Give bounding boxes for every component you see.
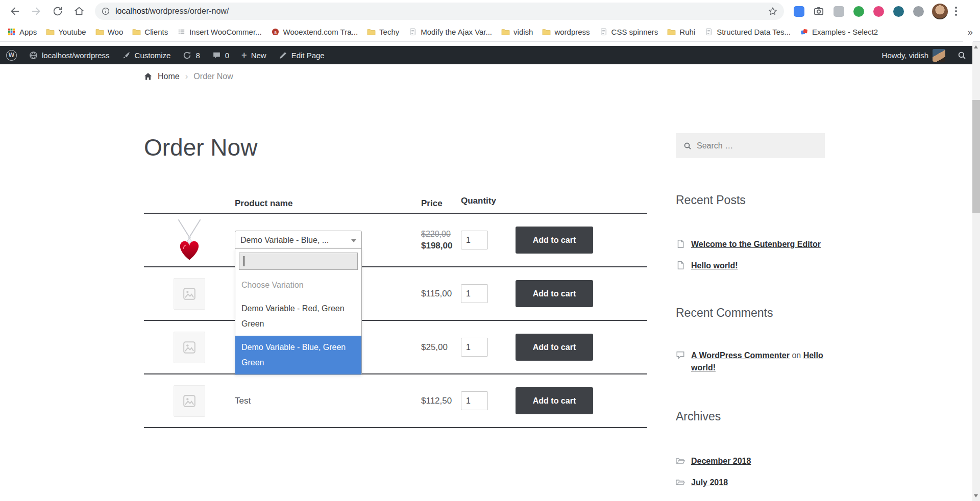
add-to-cart-button[interactable]: Add to cart <box>516 280 593 307</box>
extension-pink-icon[interactable] <box>872 5 885 18</box>
extension-notes-icon[interactable] <box>832 5 845 18</box>
sidebar: Recent Posts Welcome to the Gutenberg Ed… <box>676 133 825 501</box>
breadcrumb: Home › Order Now <box>144 71 233 82</box>
scroll-down-arrow[interactable] <box>974 494 978 497</box>
address-bar[interactable]: localhost/wordpress/order-now/ <box>95 3 784 20</box>
bookmark-item[interactable]: Insert WooCommer... <box>177 28 261 36</box>
comments-menu[interactable]: 0 <box>206 46 235 64</box>
url-text: localhost/wordpress/order-now/ <box>115 7 763 16</box>
add-to-cart-button[interactable]: Add to cart <box>516 227 593 254</box>
home-icon <box>144 72 152 81</box>
extension-icons <box>792 5 925 18</box>
home-icon[interactable] <box>74 6 85 17</box>
bookmark-item[interactable]: Structured Data Tes... <box>704 28 791 36</box>
wp-logo-menu[interactable] <box>0 46 23 64</box>
quantity-input[interactable] <box>461 338 488 357</box>
post-link[interactable]: Hello world! <box>691 260 738 271</box>
extension-blue-icon[interactable] <box>792 5 805 18</box>
product-image-necklace[interactable] <box>144 219 235 262</box>
folder-icon <box>542 28 551 36</box>
bookmark-star-icon[interactable] <box>768 6 778 16</box>
comment-count: 0 <box>225 51 229 60</box>
dropdown-option-highlighted[interactable]: Demo Variable - Blue, Green Green <box>235 336 361 374</box>
bookmark-item[interactable]: Ruhi <box>667 28 695 36</box>
update-count: 8 <box>195 51 200 60</box>
profile-avatar[interactable] <box>932 4 948 19</box>
folder-icon <box>501 28 510 36</box>
dropdown-search <box>235 249 361 273</box>
quantity-input[interactable] <box>461 391 488 410</box>
price-cell: $220,00 $198,00 <box>421 230 461 251</box>
bookmark-item[interactable]: wordpress <box>542 28 590 36</box>
page-title: Order Now <box>144 134 257 161</box>
my-account-menu[interactable]: Howdy, vidish <box>876 46 951 64</box>
bookmark-item[interactable]: vidish <box>501 28 533 36</box>
customize-menu[interactable]: Customize <box>116 46 177 64</box>
quantity-input[interactable] <box>461 231 488 249</box>
browser-toolbar: localhost/wordpress/order-now/ <box>0 0 980 22</box>
recent-comments-title: Recent Comments <box>676 306 773 320</box>
product-image-placeholder[interactable] <box>174 332 205 363</box>
extension-teal-bird-icon[interactable] <box>892 5 905 18</box>
bookmark-item[interactable]: Woo <box>95 28 124 36</box>
scrollbar-thumb[interactable] <box>972 100 980 213</box>
forward-icon[interactable] <box>31 6 42 17</box>
comment-author-link[interactable]: A WordPress Commenter <box>691 351 790 360</box>
bookmark-item[interactable]: Clients <box>132 28 168 36</box>
admin-search-icon[interactable] <box>951 46 972 64</box>
dropdown-option[interactable]: Demo Variable - Red, Green Green <box>235 297 361 336</box>
page-icon <box>599 28 608 36</box>
recent-comment-item: A WordPress Commenter on Hello world! <box>676 349 825 374</box>
extension-camera-icon[interactable] <box>812 5 825 18</box>
table-row: $115,00 Add to cart <box>144 267 647 321</box>
document-icon <box>676 261 685 270</box>
browser-menu-icon[interactable] <box>955 7 957 16</box>
reload-icon[interactable] <box>52 6 63 17</box>
bookmark-apps[interactable]: Apps <box>7 28 37 36</box>
breadcrumb-separator: › <box>185 71 188 82</box>
extension-green-icon[interactable] <box>852 5 865 18</box>
quantity-input[interactable] <box>461 284 488 303</box>
extension-gray-icon[interactable] <box>912 5 925 18</box>
folder-open-icon <box>676 456 685 465</box>
bookmark-item[interactable]: Techy <box>367 28 399 36</box>
select2-icon <box>800 28 808 36</box>
comment-icon <box>212 51 221 60</box>
add-to-cart-button[interactable]: Add to cart <box>516 334 593 361</box>
text-caret <box>243 256 244 266</box>
bookmark-item[interactable]: Modify the Ajax Var... <box>408 28 492 36</box>
scrollbar-track[interactable] <box>972 42 980 501</box>
folder-icon <box>46 28 55 36</box>
archive-item: December 2018 <box>676 455 751 467</box>
bookmark-item[interactable]: Wooextend.com Tra... <box>271 28 358 36</box>
folder-icon <box>367 28 376 36</box>
variation-select[interactable]: Demo Variable - Blue, ... <box>235 231 362 249</box>
back-icon[interactable] <box>9 6 20 17</box>
variation-dropdown-panel: Choose Variation Demo Variable - Red, Gr… <box>235 248 362 375</box>
bookmark-item[interactable]: CSS spinners <box>599 28 658 36</box>
product-image-placeholder[interactable] <box>174 278 205 310</box>
plus-icon: + <box>241 51 247 60</box>
bookmark-item[interactable]: Youtube <box>46 28 86 36</box>
add-to-cart-button[interactable]: Add to cart <box>516 387 593 414</box>
updates-menu[interactable]: 8 <box>177 46 206 64</box>
breadcrumb-home-link[interactable]: Home <box>158 72 180 81</box>
bookmark-item[interactable]: Examples - Select2 <box>800 28 878 36</box>
new-content-menu[interactable]: +New <box>235 46 273 64</box>
page-info-icon[interactable] <box>101 7 110 16</box>
archive-link[interactable]: December 2018 <box>691 455 751 467</box>
post-link[interactable]: Welcome to the Gutenberg Editor <box>691 238 821 250</box>
product-image-placeholder[interactable] <box>174 385 205 417</box>
edit-page-menu[interactable]: Edit Page <box>273 46 331 64</box>
bookmarks-bar: Apps Youtube Woo Clients Insert WooComme… <box>0 22 980 42</box>
archive-link[interactable]: July 2018 <box>691 477 728 488</box>
scroll-up-arrow[interactable] <box>974 45 978 48</box>
variation-search-input[interactable] <box>239 253 358 270</box>
folder-icon <box>667 28 676 36</box>
page-icon <box>704 28 713 36</box>
url-host: localhost <box>115 7 148 15</box>
search-input[interactable] <box>697 141 817 151</box>
bookmarks-overflow-chevron[interactable]: » <box>963 22 973 42</box>
dropdown-option-choose-variation[interactable]: Choose Variation <box>235 273 361 297</box>
site-name-menu[interactable]: localhost/wordpress <box>23 46 116 64</box>
